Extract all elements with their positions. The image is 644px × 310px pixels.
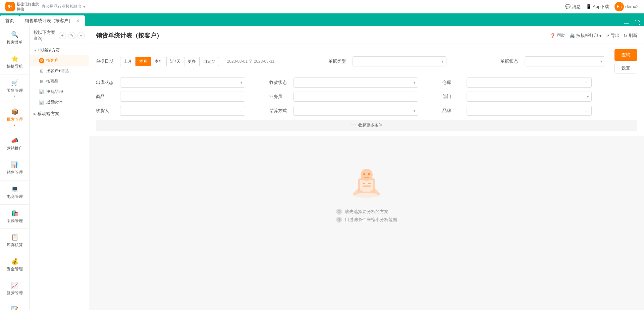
warehouse-label: 仓库 <box>442 80 461 86</box>
arrow-icon: ▾ <box>14 94 15 98</box>
svg-rect-7 <box>368 183 371 184</box>
chevron-down-icon[interactable]: ▾ <box>83 4 85 9</box>
department-chevron-icon: ▾ <box>587 95 589 99</box>
mobile-arrow-icon: ▶ <box>34 112 36 116</box>
scheme-panel: 按以下方案查询 + ✎ « ▼ 电脑端方案 按 按客户 ⊞ 按客户 <box>30 26 89 310</box>
recipient-ellipsis-icon[interactable]: ··· <box>238 108 242 113</box>
export-button[interactable]: ↗ 导出 <box>606 33 620 39</box>
brand-ellipsis-icon[interactable]: ··· <box>585 108 589 113</box>
settings-button[interactable]: 设置 <box>614 63 637 73</box>
filter-row-4: 收货人 ··· 结算方式 ▾ 品牌 ··· <box>96 106 637 116</box>
print-arrow-icon: ▾ <box>599 33 602 38</box>
sidebar-item-inventory[interactable]: 📋 库存核算 <box>0 229 29 253</box>
breadcrumb: 办公用品行业模拟账套 ▾ <box>42 4 85 9</box>
scheme-item-product99[interactable]: 📊 按商品99 <box>30 87 89 97</box>
sidebar-item-ecommerce[interactable]: 💻 电商管理 <box>0 180 29 205</box>
sidebar-item-retail[interactable]: 🛒 零售管理 ▾ <box>0 74 29 103</box>
minimize-icon[interactable]: — <box>623 20 631 26</box>
edit-scheme-button[interactable]: ✎ <box>68 32 75 39</box>
cart-icon: 🛒 <box>3 79 26 87</box>
doc-type-label: 单据类型 <box>328 58 347 64</box>
document-type-select[interactable]: ▾ <box>353 56 446 66</box>
stock-chevron-icon: ▾ <box>240 81 242 85</box>
export-icon: ↗ <box>606 33 609 38</box>
sidebar-item-quick-nav[interactable]: ⭐ 快捷导航 <box>0 50 29 74</box>
desktop-section-title[interactable]: ▼ 电脑端方案 <box>30 45 89 55</box>
message-button[interactable]: 💬 消息 <box>565 4 581 10</box>
tab-sales-statistics[interactable]: 销售单统计表（按客户） ✕ <box>19 15 85 26</box>
date-btn-this-year[interactable]: 本年 <box>151 57 166 66</box>
salesperson-label: 业务员 <box>269 94 288 100</box>
filter-row-1: 单据日期 上月 本月 本年 近7天 更多 自定义 2023-03-01 至 20… <box>96 49 637 73</box>
sidebar-item-search[interactable]: 🔍 搜索菜单 <box>0 26 29 50</box>
stock-status-select[interactable]: ▾ <box>120 78 245 88</box>
doc-status-chevron-icon: ▾ <box>600 60 602 63</box>
empty-illustration <box>346 163 387 203</box>
sidebar: 🔍 搜索菜单 ⭐ 快捷导航 🛒 零售管理 ▾ 📦 批发管理 ▴ 📣 营销推广 📊… <box>0 26 30 310</box>
date-btn-7days[interactable]: 近7天 <box>166 57 184 66</box>
arrow-up-icon: ▴ <box>14 123 15 127</box>
warehouse-ellipsis-icon[interactable]: ··· <box>585 80 589 85</box>
collapse-icon: ⌃⌃ <box>351 123 357 127</box>
template-print-button[interactable]: 🖨️ 按模板打印 ▾ <box>570 33 602 39</box>
goods-input[interactable]: ··· <box>120 92 245 102</box>
add-scheme-button[interactable]: + <box>59 32 66 39</box>
salesperson-ellipsis-icon[interactable]: ··· <box>412 94 416 99</box>
date-button-group: 上月 本月 本年 近7天 更多 自定义 <box>120 57 219 66</box>
date-btn-last-month[interactable]: 上月 <box>120 57 136 66</box>
topbar: 好 畅捷信好生意 标搜 办公用品行业模拟账套 ▾ 💬 消息 📱 App下载 Ea… <box>0 0 644 13</box>
page-title: 销货单统计表（按客户） <box>96 32 162 40</box>
scheme-item-by-product[interactable]: ⊞ 按商品 <box>30 76 89 87</box>
finance-icon: 💰 <box>3 258 26 265</box>
scheme-header-actions: + ✎ « <box>59 32 85 39</box>
svg-point-4 <box>363 173 365 175</box>
chart-icon: ⊞ <box>39 68 44 74</box>
tab-home[interactable]: 首页 <box>0 15 19 26</box>
recipient-input[interactable]: ··· <box>120 106 245 116</box>
sidebar-item-sales[interactable]: 📊 销售管理 <box>0 156 29 180</box>
sidebar-item-purchase[interactable]: 🛍️ 采购管理 <box>0 205 29 229</box>
collapse-scheme-button[interactable]: « <box>77 32 85 39</box>
date-btn-this-month[interactable]: 本月 <box>136 57 151 66</box>
sidebar-item-finance[interactable]: 💰 资金管理 <box>0 253 29 277</box>
expand-icon[interactable]: ⛶ <box>633 20 641 26</box>
date-btn-more[interactable]: 更多 <box>184 57 200 66</box>
mobile-scheme-section[interactable]: ▶ 移动端方案 <box>30 109 89 119</box>
payment-status-select[interactable]: ▾ <box>293 78 419 88</box>
scheme-item-customer-product[interactable]: ⊞ 按客户+商品 <box>30 66 89 76</box>
settlement-select[interactable]: ▾ <box>293 106 419 116</box>
customer-icon: 按 <box>39 58 44 63</box>
refresh-button[interactable]: ↻ 刷新 <box>624 33 637 39</box>
goods-ellipsis-icon[interactable]: ··· <box>238 94 242 99</box>
goods-label: 商品 <box>96 94 115 100</box>
sidebar-item-basic-info[interactable]: 📝 基础信息 <box>0 301 29 310</box>
tip1-num: ① <box>336 209 342 215</box>
brand-input[interactable]: ··· <box>467 106 592 116</box>
refresh-icon: ↻ <box>624 33 627 38</box>
department-select[interactable]: ▾ <box>467 92 592 102</box>
help-button[interactable]: ❓ 帮助 <box>550 33 566 39</box>
scheme-header-title: 按以下方案查询 <box>34 30 59 42</box>
tab-close-icon[interactable]: ✕ <box>76 18 79 23</box>
desktop-scheme-section: ▼ 电脑端方案 按 按客户 ⊞ 按客户+商品 ⊞ 按商品 📊 按商品99 <box>30 44 89 109</box>
collapse-filters-button[interactable]: ⌃⌃ 收起更多条件 <box>96 120 637 131</box>
warehouse-input[interactable]: ··· <box>467 78 592 88</box>
print-icon: 🖨️ <box>570 33 575 38</box>
app-download-button[interactable]: 📱 App下载 <box>586 4 609 10</box>
payment-chevron-icon: ▾ <box>414 81 415 85</box>
inventory-icon: 📋 <box>3 234 26 241</box>
scheme-item-by-customer[interactable]: 按 按客户 <box>30 55 89 66</box>
user-menu[interactable]: Ea demo2 <box>614 2 639 11</box>
salesperson-input[interactable]: ··· <box>293 92 419 102</box>
document-status-select[interactable]: ▾ <box>525 56 605 66</box>
sidebar-item-operations[interactable]: 📈 经营管理 <box>0 277 29 301</box>
sidebar-item-wholesale[interactable]: 📦 批发管理 ▴ <box>0 103 29 132</box>
query-button[interactable]: 查询 <box>614 49 637 61</box>
purchase-icon: 🛍️ <box>3 209 26 217</box>
scheme-item-returns[interactable]: 📊 退货统计 <box>30 97 89 107</box>
ecommerce-icon: 💻 <box>3 185 26 193</box>
settlement-label: 结算方式 <box>269 108 288 114</box>
date-btn-custom[interactable]: 自定义 <box>200 57 219 66</box>
sidebar-item-marketing[interactable]: 📣 营销推广 <box>0 132 29 156</box>
chart3-icon: 📊 <box>39 89 44 95</box>
